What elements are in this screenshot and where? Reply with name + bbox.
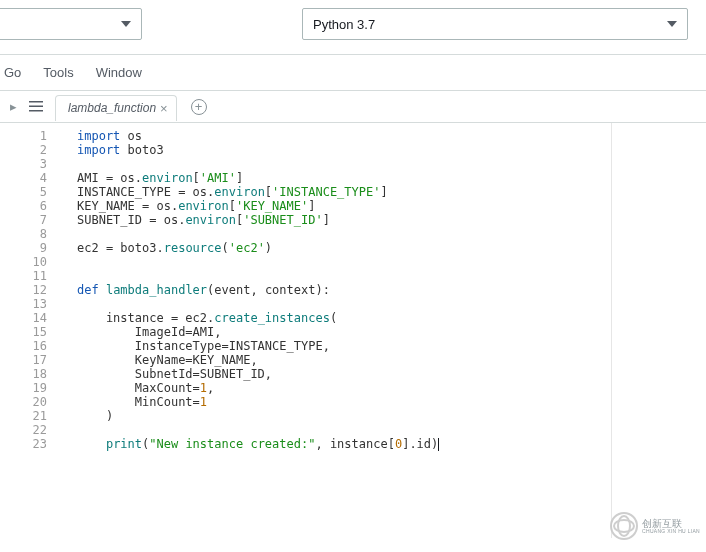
line-number: 9 — [0, 241, 47, 255]
line-number: 6 — [0, 199, 47, 213]
code-line[interactable] — [77, 423, 611, 437]
tab-lambda-function[interactable]: lambda_function × — [55, 95, 177, 121]
line-number: 2 — [0, 143, 47, 157]
chevron-down-icon — [667, 21, 677, 27]
line-number: 14 — [0, 311, 47, 325]
line-number: 8 — [0, 227, 47, 241]
runtime-select[interactable]: Python 3.7 — [302, 8, 688, 40]
line-number: 16 — [0, 339, 47, 353]
line-number: 11 — [0, 269, 47, 283]
code-line[interactable]: ImageId=AMI, — [77, 325, 611, 339]
runtime-select-value: Python 3.7 — [313, 17, 375, 32]
code-line[interactable]: InstanceType=INSTANCE_TYPE, — [77, 339, 611, 353]
code-line[interactable]: AMI = os.environ['AMI'] — [77, 171, 611, 185]
line-number-gutter: 1234567891011121314151617181920212223 — [0, 123, 65, 538]
line-number: 3 — [0, 157, 47, 171]
tab-list-icon[interactable] — [21, 101, 55, 112]
watermark-text-1: 创新互联 — [642, 519, 700, 529]
menu-tools[interactable]: Tools — [43, 65, 73, 80]
code-area[interactable]: import osimport boto3AMI = os.environ['A… — [65, 123, 612, 538]
code-line[interactable] — [77, 297, 611, 311]
line-number: 13 — [0, 297, 47, 311]
line-number: 19 — [0, 381, 47, 395]
line-number: 22 — [0, 423, 47, 437]
add-tab-button[interactable]: + — [191, 99, 207, 115]
code-line[interactable]: MaxCount=1, — [77, 381, 611, 395]
menu-bar: Go Tools Window — [0, 54, 706, 90]
code-line[interactable]: import os — [77, 129, 611, 143]
line-number: 1 — [0, 129, 47, 143]
tab-label: lambda_function — [68, 101, 156, 115]
code-editor[interactable]: 1234567891011121314151617181920212223 im… — [0, 123, 706, 538]
menu-window[interactable]: Window — [96, 65, 142, 80]
tab-bar: ▸ lambda_function × + — [0, 91, 706, 123]
code-line[interactable] — [77, 269, 611, 283]
chevron-down-icon — [121, 21, 131, 27]
code-line[interactable]: SubnetId=SUBNET_ID, — [77, 367, 611, 381]
menu-go[interactable]: Go — [4, 65, 21, 80]
code-line[interactable] — [77, 157, 611, 171]
line-number: 10 — [0, 255, 47, 269]
svg-rect-1 — [29, 106, 43, 108]
svg-rect-2 — [29, 110, 43, 112]
line-number: 21 — [0, 409, 47, 423]
chevron-right-icon[interactable]: ▸ — [6, 99, 21, 114]
code-line[interactable]: import boto3 — [77, 143, 611, 157]
code-line[interactable]: MinCount=1 — [77, 395, 611, 409]
svg-rect-0 — [29, 101, 43, 103]
code-line[interactable]: print("New instance created:", instance[… — [77, 437, 611, 451]
line-number: 20 — [0, 395, 47, 409]
line-number: 23 — [0, 437, 47, 451]
text-cursor — [438, 438, 439, 451]
plus-icon: + — [195, 100, 203, 113]
close-icon[interactable]: × — [160, 101, 168, 116]
code-line[interactable]: KeyName=KEY_NAME, — [77, 353, 611, 367]
code-line[interactable] — [77, 227, 611, 241]
code-line[interactable]: instance = ec2.create_instances( — [77, 311, 611, 325]
line-number: 18 — [0, 367, 47, 381]
line-number: 15 — [0, 325, 47, 339]
watermark-text-2: CHUANG XIN HU LIAN — [642, 529, 700, 534]
code-line[interactable]: INSTANCE_TYPE = os.environ['INSTANCE_TYP… — [77, 185, 611, 199]
code-line[interactable]: SUBNET_ID = os.environ['SUBNET_ID'] — [77, 213, 611, 227]
line-number: 17 — [0, 353, 47, 367]
watermark: 创新互联 CHUANG XIN HU LIAN — [610, 512, 700, 540]
code-line[interactable]: ) — [77, 409, 611, 423]
line-number: 5 — [0, 185, 47, 199]
watermark-logo-icon — [610, 512, 638, 540]
code-line[interactable]: def lambda_handler(event, context): — [77, 283, 611, 297]
line-number: 7 — [0, 213, 47, 227]
top-toolbar: Python 3.7 — [0, 0, 706, 54]
left-select[interactable] — [0, 8, 142, 40]
code-line[interactable]: ec2 = boto3.resource('ec2') — [77, 241, 611, 255]
line-number: 12 — [0, 283, 47, 297]
code-line[interactable] — [77, 255, 611, 269]
line-number: 4 — [0, 171, 47, 185]
code-line[interactable]: KEY_NAME = os.environ['KEY_NAME'] — [77, 199, 611, 213]
